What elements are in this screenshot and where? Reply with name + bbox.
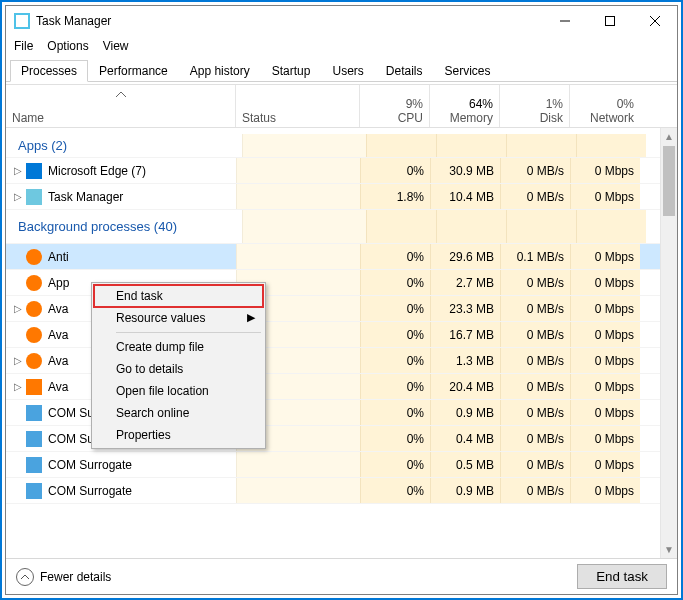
tab-app-history[interactable]: App history	[179, 60, 261, 82]
footer: Fewer details End task	[6, 558, 677, 594]
cell-cpu: 1.8%	[360, 184, 430, 209]
cell-cpu: 0%	[360, 158, 430, 183]
cell-cpu: 0%	[360, 348, 430, 373]
cell-mem: 0.4 MB	[430, 426, 500, 451]
col-cpu-pct: 9%	[366, 97, 423, 111]
com-icon	[26, 405, 42, 421]
fewer-details-icon[interactable]	[16, 568, 34, 586]
vertical-scrollbar[interactable]: ▲ ▼	[660, 128, 677, 558]
col-disk[interactable]: 1% Disk	[500, 85, 570, 127]
menu-view[interactable]: View	[103, 39, 129, 53]
tab-services[interactable]: Services	[434, 60, 502, 82]
minimize-button[interactable]	[542, 6, 587, 36]
cell-disk: 0 MB/s	[500, 158, 570, 183]
cell-disk: 0 MB/s	[500, 478, 570, 503]
ctx-properties[interactable]: Properties	[94, 424, 263, 446]
cell-mem	[436, 210, 506, 243]
cell-name: Anti	[6, 244, 236, 269]
group-label: Background processes (40)	[12, 210, 242, 243]
cell-net: 0 Mbps	[570, 452, 640, 477]
window-title: Task Manager	[36, 14, 111, 28]
cell-net: 0 Mbps	[570, 158, 640, 183]
cell-cpu: 0%	[360, 374, 430, 399]
ctx-create-dump[interactable]: Create dump file	[94, 336, 263, 358]
menu-options[interactable]: Options	[47, 39, 88, 53]
ctx-separator	[116, 332, 261, 333]
cell-disk: 0 MB/s	[500, 184, 570, 209]
cell-net: 0 Mbps	[570, 400, 640, 425]
cell-net: 0 Mbps	[570, 270, 640, 295]
cell-net: 0 Mbps	[570, 296, 640, 321]
expand-icon[interactable]: ▷	[12, 165, 24, 176]
avast-icon	[26, 249, 42, 265]
group-header[interactable]: Apps (2)	[6, 128, 660, 158]
tab-users[interactable]: Users	[321, 60, 374, 82]
cell-status	[236, 244, 360, 269]
cell-net	[576, 210, 646, 243]
cell-net: 0 Mbps	[570, 478, 640, 503]
col-network-pct: 0%	[576, 97, 634, 111]
col-network-label: Network	[576, 111, 634, 125]
submenu-arrow-icon: ▶	[247, 311, 255, 324]
ctx-end-task[interactable]: End task	[94, 285, 263, 307]
avast-icon	[26, 327, 42, 343]
col-name-label: Name	[12, 111, 229, 125]
process-name: App	[48, 276, 69, 290]
expand-icon[interactable]: ▷	[12, 381, 24, 392]
scroll-thumb[interactable]	[663, 146, 675, 216]
col-cpu[interactable]: 9% CPU	[360, 85, 430, 127]
col-disk-pct: 1%	[506, 97, 563, 111]
process-name: Ava	[48, 380, 68, 394]
fewer-details-link[interactable]: Fewer details	[40, 570, 111, 584]
expand-icon[interactable]: ▷	[12, 303, 24, 314]
scroll-down-button[interactable]: ▼	[661, 541, 677, 558]
process-row[interactable]: ▷Microsoft Edge (7)0%30.9 MB0 MB/s0 Mbps	[6, 158, 660, 184]
end-task-button[interactable]: End task	[577, 564, 667, 589]
cell-mem: 1.3 MB	[430, 348, 500, 373]
cell-mem: 0.9 MB	[430, 400, 500, 425]
process-name: COM Surrogate	[48, 484, 132, 498]
svg-rect-1	[605, 17, 614, 26]
process-name: Anti	[48, 250, 69, 264]
cell-status	[236, 452, 360, 477]
com-icon	[26, 457, 42, 473]
tab-performance[interactable]: Performance	[88, 60, 179, 82]
close-button[interactable]	[632, 6, 677, 36]
cell-disk: 0.1 MB/s	[500, 244, 570, 269]
col-status[interactable]: Status	[236, 85, 360, 127]
process-row[interactable]: ▷Task Manager1.8%10.4 MB0 MB/s0 Mbps	[6, 184, 660, 210]
col-memory[interactable]: 64% Memory	[430, 85, 500, 127]
tab-startup[interactable]: Startup	[261, 60, 322, 82]
expand-icon[interactable]: ▷	[12, 191, 24, 202]
ctx-resource-values[interactable]: Resource values ▶	[94, 307, 263, 329]
col-network[interactable]: 0% Network	[570, 85, 640, 127]
col-memory-label: Memory	[436, 111, 493, 125]
expand-icon[interactable]: ▷	[12, 355, 24, 366]
ctx-search-online[interactable]: Search online	[94, 402, 263, 424]
cell-net	[576, 134, 646, 157]
cell-disk	[506, 134, 576, 157]
ctx-goto-details[interactable]: Go to details	[94, 358, 263, 380]
process-name: COM Surrogate	[48, 458, 132, 472]
maximize-button[interactable]	[587, 6, 632, 36]
menu-file[interactable]: File	[14, 39, 33, 53]
group-header[interactable]: Background processes (40)	[6, 210, 660, 244]
scroll-up-button[interactable]: ▲	[661, 128, 677, 145]
process-row[interactable]: Anti0%29.6 MB0.1 MB/s0 Mbps	[6, 244, 660, 270]
cell-net: 0 Mbps	[570, 348, 640, 373]
cell-mem: 30.9 MB	[430, 158, 500, 183]
ctx-open-location[interactable]: Open file location	[94, 380, 263, 402]
tab-details[interactable]: Details	[375, 60, 434, 82]
cell-mem: 0.9 MB	[430, 478, 500, 503]
cell-disk: 0 MB/s	[500, 374, 570, 399]
cell-cpu: 0%	[360, 296, 430, 321]
title-bar: Task Manager	[6, 6, 677, 36]
process-row[interactable]: COM Surrogate0%0.9 MB0 MB/s0 Mbps	[6, 478, 660, 504]
tab-processes[interactable]: Processes	[10, 60, 88, 82]
col-status-label: Status	[242, 111, 353, 125]
col-name[interactable]: Name	[6, 85, 236, 127]
cell-net: 0 Mbps	[570, 244, 640, 269]
process-row[interactable]: COM Surrogate0%0.5 MB0 MB/s0 Mbps	[6, 452, 660, 478]
column-headers: Name Status 9% CPU 64% Memory 1% Disk 0%…	[6, 84, 677, 128]
cell-status	[236, 158, 360, 183]
